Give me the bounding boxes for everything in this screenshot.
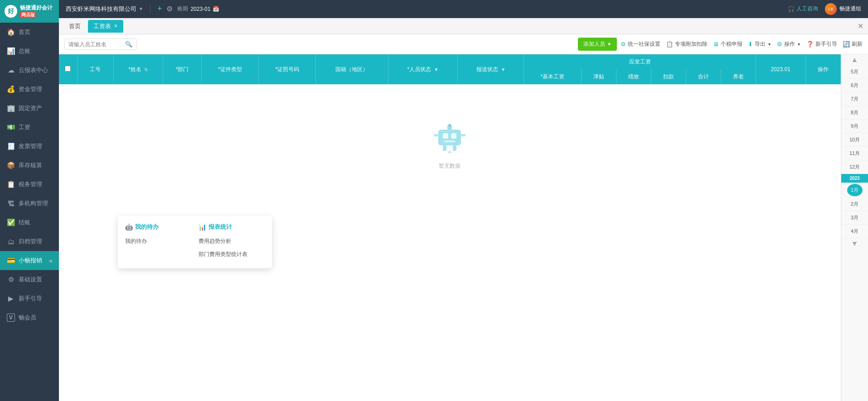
month-item-3[interactable]: 3月 — [841, 211, 868, 225]
search-icon[interactable]: 🔍 — [125, 41, 132, 48]
svg-rect-3 — [444, 140, 455, 142]
sidebar-logo: 好 畅捷通好会计 网店版 — [0, 0, 59, 23]
name-sort-icon[interactable]: ⇅ — [144, 67, 148, 72]
toolbar-actions: ⚙ 统一社保设置 📋 专项附加扣除 🖥 个税申报 ⬇ 导出 ▼ ⚙ — [621, 40, 863, 48]
operate-label: 操作 — [784, 40, 795, 48]
basic-icon: ⚙ — [7, 275, 15, 284]
dropdown-col-1-title: 🤖 我的待办 — [125, 223, 191, 231]
special-deduct-action[interactable]: 📋 专项附加扣除 — [666, 40, 708, 48]
month-item-6[interactable]: 6月 — [841, 79, 868, 92]
sidebar-item-guide[interactable]: ▶ 新手引导 — [0, 289, 59, 308]
sidebar-item-settlement[interactable]: ✅ 结账 — [0, 213, 59, 232]
refresh-action[interactable]: 🔄 刷新 — [843, 40, 863, 48]
sidebar-item-ledger[interactable]: 📊 总账 — [0, 42, 59, 61]
dropdown-col-1: 🤖 我的待办 我的待办 — [125, 223, 191, 261]
ledger-icon: 📊 — [7, 47, 15, 55]
sidebar-item-fund[interactable]: 💰 资金管理 — [0, 80, 59, 99]
special-deduct-icon: 📋 — [666, 41, 673, 48]
sidebar-item-invoice[interactable]: 🧾 发票管理 — [0, 137, 59, 156]
sidebar-item-inventory[interactable]: 📦 库存核算 — [0, 156, 59, 175]
export-label: 导出 — [755, 40, 766, 48]
sidebar-item-member[interactable]: V 畅会员 — [0, 308, 59, 327]
social-insurance-action[interactable]: ⚙ 统一社保设置 — [621, 40, 660, 48]
calendar-icon[interactable]: 📅 — [213, 6, 219, 12]
sidebar-item-archive[interactable]: 🗂 归档管理 — [0, 232, 59, 251]
dropdown-item-dept[interactable]: 部门费用类型统计表 — [199, 248, 265, 261]
status-filter-icon[interactable]: ▼ — [434, 67, 439, 72]
operate-action[interactable]: ⚙ 操作 ▼ — [777, 40, 801, 48]
topbar: 西安虾米网络科技有限公司 ▼ + ⚙ 账期 2023-01 📅 🎧 人工咨询 C… — [59, 0, 868, 18]
user-menu[interactable]: CE 畅捷通组 — [825, 3, 861, 15]
tab-salary-table[interactable]: 工资表 ✕ — [88, 20, 123, 33]
th-period: 2023.01 — [756, 54, 805, 84]
month-item-1-active[interactable]: 1月 — [847, 184, 863, 197]
home-icon: 🏠 — [7, 28, 15, 36]
th-report-status: 报送状态 ▼ — [458, 54, 524, 84]
export-action[interactable]: ⬇ 导出 ▼ — [748, 40, 771, 48]
search-box[interactable]: 🔍 — [64, 39, 137, 50]
th-allowance-label: 津贴 — [593, 73, 604, 80]
svg-rect-6 — [434, 134, 438, 136]
tabbar: 首页 工资表 ✕ ✕ — [59, 18, 868, 34]
archive-icon: 🗂 — [7, 238, 15, 246]
asset-icon: 🏢 — [7, 104, 15, 112]
month-item-5[interactable]: 5月 — [841, 65, 868, 79]
sidebar-item-home[interactable]: 🏠 首页 — [0, 23, 59, 42]
month-item-10[interactable]: 10月 — [841, 133, 868, 147]
dropdown-item-trend[interactable]: 费用趋势分析 — [199, 235, 265, 248]
month-item-4[interactable]: 4月 — [841, 225, 868, 238]
th-allowance: 津贴 — [581, 69, 616, 84]
report-stats-icon: 📊 — [199, 223, 206, 231]
company-selector[interactable]: 西安虾米网络科技有限公司 ▼ — [66, 5, 143, 13]
th-pension-label: 养老 — [733, 73, 744, 80]
salary-icon: 💵 — [7, 123, 15, 131]
select-all-checkbox[interactable] — [65, 66, 71, 72]
sidebar-item-label-ledger: 总账 — [19, 47, 30, 55]
guide-icon: ▶ — [7, 295, 15, 303]
empty-state: 暂无数据 — [59, 84, 841, 206]
month-nav-down-button[interactable]: ▼ — [841, 238, 868, 249]
month-item-11[interactable]: 11月 — [841, 147, 868, 160]
th-base-salary: *基本工资 — [524, 69, 581, 84]
svg-rect-9 — [453, 145, 456, 151]
report-filter-icon[interactable]: ▼ — [501, 67, 505, 72]
topbar-settings-icon[interactable]: ⚙ — [166, 5, 173, 13]
month-nav-up-button[interactable]: ▲ — [841, 54, 868, 65]
service-button[interactable]: 🎧 人工咨询 — [788, 5, 818, 13]
month-sidebar: ▲ 5月 6月 7月 8月 9月 10月 11月 12月 2023 1月 2月 … — [841, 54, 868, 401]
month-item-8[interactable]: 8月 — [841, 106, 868, 120]
tax-report-action[interactable]: 🖥 个税申报 — [713, 40, 742, 48]
tab-close-icon[interactable]: ✕ — [114, 23, 118, 29]
search-input[interactable] — [68, 41, 123, 48]
add-company-button[interactable]: + — [157, 4, 162, 14]
th-checkbox[interactable] — [59, 54, 77, 84]
month-item-2[interactable]: 2月 — [841, 198, 868, 211]
tab-home[interactable]: 首页 — [63, 20, 86, 33]
sidebar-item-basic[interactable]: ⚙ 基础设置 — [0, 270, 59, 289]
month-item-9[interactable]: 9月 — [841, 120, 868, 133]
fund-icon: 💰 — [7, 85, 15, 93]
sidebar-item-label-xiaochang: 小畅报销 — [19, 256, 42, 265]
year-label-2023: 2023 — [841, 174, 868, 183]
add-person-button[interactable]: 添加人员 ▼ — [578, 38, 617, 51]
new-guide-icon: ❓ — [806, 41, 814, 48]
th-nationality-label: 国籍（地区） — [335, 66, 368, 72]
dropdown-col-2: 📊 报表统计 费用趋势分析 部门费用类型统计表 — [199, 223, 265, 261]
sidebar-item-cloud-report[interactable]: ☁ 云报表中心 — [0, 61, 59, 80]
month-item-7[interactable]: 7月 — [841, 92, 868, 106]
sidebar-item-xiaochang[interactable]: 💳 小畅报销 ◀ — [0, 251, 59, 270]
dropdown-item-todo[interactable]: 我的待办 — [125, 235, 191, 248]
sidebar-item-asset[interactable]: 🏢 固定资产 — [0, 99, 59, 118]
dropdown-col-2-title: 📊 报表统计 — [199, 223, 265, 231]
sidebar-item-multi-org[interactable]: 🏗 多机构管理 — [0, 194, 59, 213]
sidebar-item-salary[interactable]: 💵 工资 — [0, 118, 59, 137]
period-display: 账期 2023-01 📅 — [177, 5, 219, 13]
tab-bar-close-button[interactable]: ✕ — [858, 22, 863, 30]
month-item-12[interactable]: 12月 — [841, 160, 868, 174]
th-operate: 操作 — [805, 54, 840, 84]
sidebar-item-tax[interactable]: 📋 税务管理 — [0, 175, 59, 194]
new-guide-action[interactable]: ❓ 新手引导 — [806, 40, 837, 48]
export-icon: ⬇ — [748, 41, 753, 48]
add-person-arrow-icon: ▼ — [607, 42, 611, 47]
th-cert-no: *证照号码 — [259, 54, 316, 84]
